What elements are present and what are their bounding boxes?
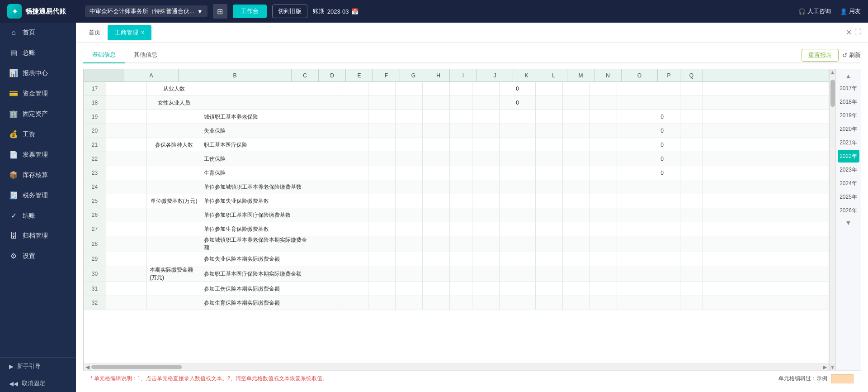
cell-31-k[interactable]: [500, 282, 536, 296]
cell-21-i[interactable]: [450, 138, 472, 152]
cell-28-d[interactable]: [314, 236, 341, 252]
cell-31-a[interactable]: [106, 282, 147, 296]
cell-22-h[interactable]: [423, 152, 450, 166]
cell-23-o[interactable]: [617, 166, 644, 180]
cell-21-e[interactable]: [341, 138, 368, 152]
cell-23-a[interactable]: [106, 166, 147, 180]
cell-30-o[interactable]: [617, 266, 644, 282]
cell-28-k[interactable]: [500, 236, 536, 252]
cell-19-l[interactable]: [536, 110, 563, 124]
cell-30-p[interactable]: [644, 266, 680, 282]
cell-26-c[interactable]: 单位参加职工基本医疗保险缴费基数: [201, 208, 314, 222]
cell-22-m[interactable]: [563, 152, 590, 166]
cell-21-f[interactable]: [368, 138, 396, 152]
cell-25-d[interactable]: [314, 194, 341, 208]
unpin-button[interactable]: ◀◀ 取消固定: [0, 375, 76, 392]
cell-31-q[interactable]: [680, 282, 703, 296]
cell-22-l[interactable]: [536, 152, 563, 166]
cell-22-a[interactable]: [106, 152, 147, 166]
cell-25-l[interactable]: [536, 194, 563, 208]
cell-20-c[interactable]: 失业保险: [201, 124, 314, 138]
cell-25-a[interactable]: [106, 194, 147, 208]
workbench-button[interactable]: 工作台: [233, 5, 267, 18]
cell-24-l[interactable]: [536, 180, 563, 194]
company-doc-button[interactable]: ⊞: [213, 4, 227, 19]
cell-20-l[interactable]: [536, 124, 563, 138]
cell-29-i[interactable]: [450, 252, 472, 266]
cell-31-e[interactable]: [341, 282, 368, 296]
cell-26-b[interactable]: [147, 208, 201, 222]
scroll-thumb[interactable]: [830, 80, 835, 107]
cell-26-m[interactable]: [563, 208, 590, 222]
cell-30-q[interactable]: [680, 266, 703, 282]
cell-31-d[interactable]: [314, 282, 341, 296]
year-down-arrow[interactable]: ▼: [840, 217, 857, 228]
cell-23-j[interactable]: [472, 166, 500, 180]
year-item-2026[interactable]: 2026年: [838, 204, 859, 217]
cell-21-k[interactable]: [500, 138, 536, 152]
cell-19-q[interactable]: [680, 110, 703, 124]
cell-22-k[interactable]: [500, 152, 536, 166]
user-menu[interactable]: 👤 用友: [840, 7, 861, 15]
cell-20-e[interactable]: [341, 124, 368, 138]
cell-25-f[interactable]: [368, 194, 396, 208]
cell-17-c[interactable]: [201, 82, 314, 96]
cell-19-f[interactable]: [368, 110, 396, 124]
cell-19-o[interactable]: [617, 110, 644, 124]
cell-22-c[interactable]: 工伤保险: [201, 152, 314, 166]
cell-22-e[interactable]: [341, 152, 368, 166]
cell-28-l[interactable]: [536, 236, 563, 252]
year-item-2024[interactable]: 2024年: [838, 177, 859, 190]
company-selector[interactable]: 中审众环会计师事务所（特殊普通合伙... ▼: [85, 5, 208, 17]
cell-20-g[interactable]: [396, 124, 423, 138]
cell-23-n[interactable]: [590, 166, 617, 180]
cell-21-n[interactable]: [590, 138, 617, 152]
cell-19-g[interactable]: [396, 110, 423, 124]
cell-25-g[interactable]: [396, 194, 423, 208]
calendar-icon[interactable]: 📅: [351, 8, 359, 15]
cell-32-h[interactable]: [423, 296, 450, 310]
cell-21-a[interactable]: [106, 138, 147, 152]
year-item-2020[interactable]: 2020年: [838, 123, 859, 135]
sidebar-item-salary[interactable]: 💰 工资: [0, 124, 76, 144]
cell-28-p[interactable]: [644, 236, 680, 252]
cell-26-a[interactable]: [106, 208, 147, 222]
sidebar-item-inventory[interactable]: 📦 库存核算: [0, 165, 76, 185]
cell-27-i[interactable]: [450, 222, 472, 236]
cell-25-b[interactable]: 单位缴费基数(万元): [147, 194, 201, 208]
cell-18-c[interactable]: [201, 96, 314, 110]
cell-31-c[interactable]: 参加工伤保险本期实际缴费金额: [201, 282, 314, 296]
cell-18-l[interactable]: [536, 96, 563, 110]
cell-18-o[interactable]: [617, 96, 644, 110]
cell-21-g[interactable]: [396, 138, 423, 152]
cell-24-i[interactable]: [450, 180, 472, 194]
cell-18-q[interactable]: [680, 96, 703, 110]
cell-21-q[interactable]: [680, 138, 703, 152]
cell-29-d[interactable]: [314, 252, 341, 266]
cell-17-f[interactable]: [368, 82, 396, 96]
cell-25-e[interactable]: [341, 194, 368, 208]
cell-27-c[interactable]: 单位参加生育保险缴费基数: [201, 222, 314, 236]
cell-32-l[interactable]: [536, 296, 563, 310]
cell-19-m[interactable]: [563, 110, 590, 124]
scroll-down-button[interactable]: ▼: [830, 364, 835, 370]
old-version-button[interactable]: 切到旧版: [272, 5, 307, 18]
cell-32-p[interactable]: [644, 296, 680, 310]
cell-27-m[interactable]: [563, 222, 590, 236]
cell-30-g[interactable]: [396, 266, 423, 282]
cell-31-h[interactable]: [423, 282, 450, 296]
cell-19-n[interactable]: [590, 110, 617, 124]
cell-26-p[interactable]: [644, 208, 680, 222]
cell-26-h[interactable]: [423, 208, 450, 222]
cell-32-d[interactable]: [314, 296, 341, 310]
cell-19-j[interactable]: [472, 110, 500, 124]
cell-20-f[interactable]: [368, 124, 396, 138]
cell-26-j[interactable]: [472, 208, 500, 222]
cell-31-p[interactable]: [644, 282, 680, 296]
cell-21-m[interactable]: [563, 138, 590, 152]
cell-24-p[interactable]: [644, 180, 680, 194]
sub-tab-basic[interactable]: 基础信息: [83, 48, 125, 63]
cell-25-o[interactable]: [617, 194, 644, 208]
cell-27-n[interactable]: [590, 222, 617, 236]
cell-20-m[interactable]: [563, 124, 590, 138]
